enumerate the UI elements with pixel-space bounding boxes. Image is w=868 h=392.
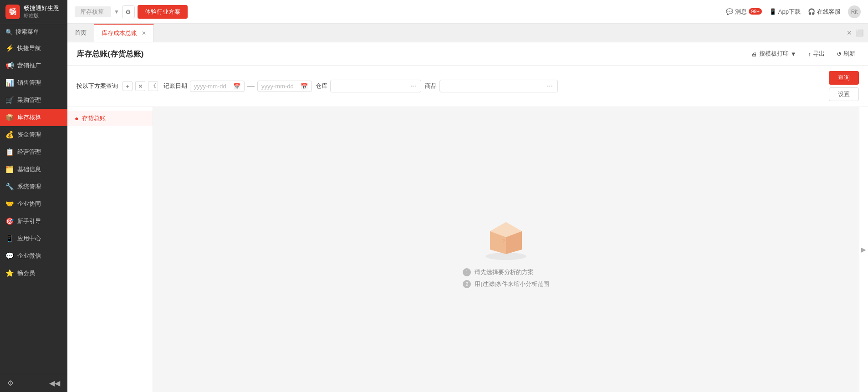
date-field: 记账日期 yyyy-mm-dd 📅 — yyyy-mm-dd 📅 <box>163 81 312 92</box>
filter-add-btn[interactable]: + <box>123 81 133 91</box>
scheme-item-inventory-ledger[interactable]: ● 存货总账 <box>67 111 153 126</box>
sidebar-item-finance[interactable]: 💰 资金管理 <box>0 126 67 143</box>
system-icon: 🔧 <box>5 183 14 191</box>
page-title: 库存总账(存货总账) <box>77 49 143 59</box>
app-download-label: App下载 <box>778 8 801 16</box>
product-input[interactable]: ··· <box>439 80 558 92</box>
settings-btn[interactable]: 设置 <box>829 87 859 101</box>
topbar: 库存核算 ▼ ⚙ 体验行业方案 💬 消息 99+ 📱 App下载 🎧 在线客服 … <box>67 0 868 24</box>
sidebar-item-label: 营销推广 <box>17 61 41 70</box>
topbar-arrow-icon: ▼ <box>114 9 119 15</box>
sidebar-logo: 畅 畅捷通好生意 标准版 <box>0 0 67 24</box>
sidebar-item-corp-wechat[interactable]: 💬 企业微信 <box>0 247 67 265</box>
page-header-actions: 🖨 按模板打印 ▼ ↑ 导出 ↺ 刷新 <box>748 48 859 60</box>
sidebar-item-system[interactable]: 🔧 系统管理 <box>0 178 67 195</box>
tip-text-1: 请先选择要分析的方案 <box>475 268 534 276</box>
sidebar-item-label: 经营管理 <box>17 148 41 156</box>
user-name: Rit <box>851 9 858 15</box>
messages-label: 消息 <box>735 8 747 16</box>
settings-footer-icon[interactable]: ⚙ <box>7 379 14 387</box>
refresh-label: 刷新 <box>843 50 855 58</box>
sales-icon: 📊 <box>5 79 14 87</box>
app-center-icon: 📱 <box>5 234 14 243</box>
trial-industry-btn[interactable]: 体验行业方案 <box>138 5 188 19</box>
app-download-btn[interactable]: 📱 App下载 <box>769 8 801 16</box>
query-btn[interactable]: 查询 <box>829 71 859 85</box>
sidebar-search[interactable]: 🔍 搜索菜单 <box>0 24 67 40</box>
date-end-input[interactable]: yyyy-mm-dd 📅 <box>257 81 312 92</box>
empty-tip-1: 1 请先选择要分析的方案 <box>463 268 549 276</box>
product-field: 商品 ··· <box>425 80 558 92</box>
refresh-btn[interactable]: ↺ 刷新 <box>833 48 859 60</box>
warehouse-more-icon: ··· <box>410 82 416 90</box>
right-panel-collapse-icon[interactable]: ▶ <box>861 246 866 253</box>
collapse-sidebar-icon[interactable]: ◀◀ <box>49 379 60 387</box>
filter-row: 记账日期 yyyy-mm-dd 📅 — yyyy-mm-dd 📅 仓库 <box>163 80 823 92</box>
beginner-icon: 🎯 <box>5 217 14 225</box>
purchase-icon: 🛒 <box>5 96 14 104</box>
empty-illustration: ? <box>476 211 536 261</box>
filter-collapse-btn[interactable]: 《 <box>148 81 158 91</box>
refresh-icon: ↺ <box>837 51 842 57</box>
sidebar-item-basic-info[interactable]: 🗂️ 基础信息 <box>0 161 67 178</box>
page-container: 库存总账(存货总账) 🖨 按模板打印 ▼ ↑ 导出 ↺ 刷新 <box>67 42 868 392</box>
filter-actions: + ✕ 《 <box>123 81 158 91</box>
tab-home[interactable]: 首页 <box>67 24 94 41</box>
sidebar-item-label: 新手引导 <box>17 217 41 225</box>
date-separator: — <box>247 82 255 90</box>
search-icon: 🔍 <box>5 29 13 36</box>
warehouse-label: 仓库 <box>316 82 327 90</box>
sidebar-item-cooperation[interactable]: 🤝 企业协同 <box>0 195 67 213</box>
messages-btn[interactable]: 💬 消息 99+ <box>726 8 762 16</box>
sidebar-item-marketing[interactable]: 📢 营销推广 <box>0 57 67 74</box>
sidebar-item-beginner[interactable]: 🎯 新手引导 <box>0 213 67 230</box>
sidebar-item-quick-nav[interactable]: ⚡ 快捷导航 <box>0 40 67 57</box>
sidebar-item-operations[interactable]: 📋 经营管理 <box>0 143 67 161</box>
cooperation-icon: 🤝 <box>5 200 14 208</box>
tab-close-icon[interactable]: ✕ <box>142 30 146 36</box>
sidebar-nav: ⚡ 快捷导航 📢 营销推广 📊 销售管理 🛒 采购管理 📦 库存核算 💰 资金管… <box>0 40 67 374</box>
warehouse-input[interactable]: ··· <box>330 80 421 92</box>
filter-area: 按以下方案查询 + ✕ 《 记账日期 yyyy-mm-dd 📅 — yyyy <box>67 66 868 107</box>
sidebar-footer: ⚙ ◀◀ <box>0 374 67 392</box>
online-service-btn[interactable]: 🎧 在线客服 <box>808 8 841 16</box>
corp-wechat-icon: 💬 <box>5 252 14 260</box>
tab-inventory-ledger[interactable]: 库存成本总账 ✕ <box>94 24 154 42</box>
topbar-current-module: 库存核算 <box>75 6 111 17</box>
sidebar-item-purchase[interactable]: 🛒 采购管理 <box>0 92 67 109</box>
export-label: 导出 <box>813 50 825 58</box>
sidebar-item-label: 企业微信 <box>17 252 41 260</box>
warehouse-field: 仓库 ··· <box>316 80 421 92</box>
date-start-input[interactable]: yyyy-mm-dd 📅 <box>190 81 245 92</box>
date-label: 记账日期 <box>163 82 187 90</box>
inventory-icon: 📦 <box>5 113 14 122</box>
filter-delete-btn[interactable]: ✕ <box>135 81 145 91</box>
filter-label-area: 按以下方案查询 + ✕ 《 <box>77 81 158 91</box>
scheme-sidebar: ● 存货总账 <box>67 107 153 392</box>
operations-icon: 📋 <box>5 148 14 156</box>
print-icon: 🖨 <box>751 51 757 57</box>
tip-num-2: 2 <box>463 280 471 288</box>
logo-icon: 畅 <box>5 5 20 19</box>
filter-label: 按以下方案查询 <box>77 82 118 90</box>
topbar-settings-btn[interactable]: ⚙ <box>122 5 135 18</box>
print-template-label: 按模板打印 <box>759 50 789 58</box>
content-area: ● 存货总账 <box>67 107 868 392</box>
sidebar-item-label: 企业协同 <box>17 200 41 208</box>
app-download-icon: 📱 <box>769 8 776 15</box>
tip-text-2: 用[过滤]条件来缩小分析范围 <box>475 280 549 288</box>
export-btn[interactable]: ↑ 导出 <box>805 48 829 60</box>
sidebar-item-label: 畅会员 <box>17 269 35 277</box>
sidebar-item-member[interactable]: ⭐ 畅会员 <box>0 265 67 282</box>
sidebar-item-app-center[interactable]: 📱 应用中心 <box>0 230 67 247</box>
sidebar-item-inventory[interactable]: 📦 库存核算 <box>0 109 67 126</box>
tab-resize-icon[interactable]: ⬜ <box>856 29 863 36</box>
print-template-btn[interactable]: 🖨 按模板打印 ▼ <box>748 48 800 60</box>
member-icon: ⭐ <box>5 269 14 277</box>
user-avatar-area[interactable]: Rit <box>848 5 861 18</box>
tab-inventory-ledger-label: 库存成本总账 <box>102 29 137 37</box>
sidebar-item-sales[interactable]: 📊 销售管理 <box>0 74 67 92</box>
tab-maximize-icon[interactable]: ✕ <box>847 29 852 36</box>
calendar-end-icon: 📅 <box>301 83 308 90</box>
app-edition: 标准版 <box>24 12 59 19</box>
